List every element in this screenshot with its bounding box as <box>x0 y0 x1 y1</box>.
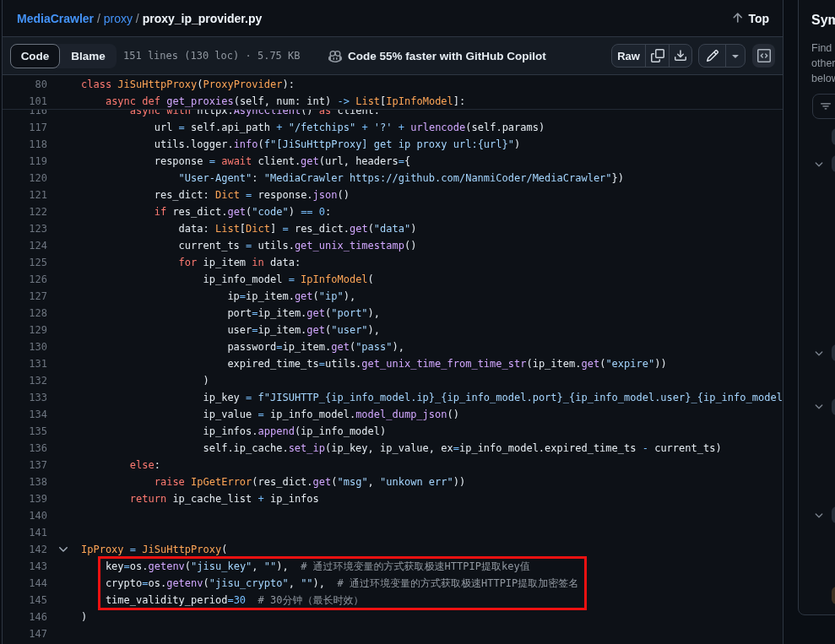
code-token: = <box>130 544 136 555</box>
code-token: ), <box>393 341 404 353</box>
symbol-item[interactable] <box>832 155 835 172</box>
symbol-item[interactable] <box>832 587 835 604</box>
line-number[interactable]: 119 <box>3 153 47 170</box>
code-token: password <box>81 341 276 353</box>
line-number[interactable]: 131 <box>3 355 47 372</box>
tab-blame[interactable]: Blame <box>60 44 117 68</box>
code-token: ip_key <box>81 392 246 403</box>
back-to-top-button[interactable]: Top <box>730 0 769 36</box>
line-number[interactable]: 127 <box>3 288 47 305</box>
symbol-item[interactable] <box>832 128 835 145</box>
symbols-panel-title: Symbols <box>811 13 835 28</box>
line-number[interactable]: 125 <box>3 254 47 271</box>
code-token: def <box>142 95 160 107</box>
code-line: 124 current_ts = utils.get_unix_timestam… <box>3 237 783 254</box>
symbol-item[interactable] <box>832 344 835 361</box>
line-number[interactable]: 136 <box>3 440 47 457</box>
edit-dropdown-button[interactable] <box>725 45 745 67</box>
code-token: "msg" <box>337 476 367 488</box>
symbols-pane-toggle-button[interactable] <box>752 44 775 68</box>
code-line: 120 "User-Agent": "MediaCrawler https://… <box>3 170 783 187</box>
line-number[interactable]: 140 <box>3 507 47 524</box>
code-token: = <box>399 155 404 167</box>
line-number[interactable]: 122 <box>3 203 47 220</box>
code-line: 134 ip_value = ip_info_model.model_dump_… <box>3 406 783 423</box>
code-token: () <box>404 240 416 252</box>
line-number[interactable]: 116 <box>3 110 47 119</box>
symbol-expand-chevron[interactable] <box>813 401 825 416</box>
raw-button[interactable]: Raw <box>612 45 645 67</box>
code-token: (ip_item. <box>526 358 581 370</box>
code-token: = <box>179 122 185 133</box>
line-number[interactable]: 138 <box>3 474 47 490</box>
line-number[interactable]: 144 <box>3 575 47 592</box>
code-token: ip_info_model.expired_time_ts <box>459 442 643 454</box>
line-number[interactable]: 121 <box>3 187 47 203</box>
code-token: }) <box>612 172 624 184</box>
breadcrumb-folder-link[interactable]: proxy <box>104 12 133 25</box>
line-number[interactable]: 137 <box>3 457 47 474</box>
line-number[interactable]: 146 <box>3 609 47 625</box>
fold-gutter <box>47 389 81 406</box>
code-token: , <box>368 476 380 488</box>
code-token: data: <box>81 223 215 235</box>
fold-toggle[interactable] <box>47 541 81 558</box>
line-number[interactable]: 128 <box>3 305 47 322</box>
code-blame-switcher: Code Blame <box>10 44 117 68</box>
line-number[interactable]: 143 <box>3 558 47 575</box>
code-token: response. <box>252 189 312 201</box>
line-number[interactable]: 134 <box>3 406 47 423</box>
fold-gutter <box>47 625 81 642</box>
code-token: res_dict. <box>289 223 350 235</box>
line-number[interactable]: 80 <box>3 76 47 93</box>
symbol-expand-chevron[interactable] <box>813 348 825 363</box>
fold-gutter <box>47 237 81 254</box>
copilot-banner[interactable]: Code 55% faster with GitHub Copilot <box>328 37 546 75</box>
code-token: "jisu_key" <box>191 560 252 572</box>
line-number[interactable]: 139 <box>3 490 47 507</box>
code-token: IpInfoModel <box>386 95 453 107</box>
breadcrumb-repo-link[interactable]: MediaCrawler <box>17 12 94 25</box>
line-number[interactable]: 145 <box>3 592 47 609</box>
code-token: with <box>166 110 191 116</box>
line-number[interactable]: 142 <box>3 541 47 558</box>
cjk-text-run: 通过环境变量的方式获取极速 <box>350 575 481 592</box>
symbol-expand-chevron[interactable] <box>813 159 825 174</box>
line-number[interactable]: 101 <box>3 93 47 110</box>
filter-icon <box>821 101 831 111</box>
line-number[interactable]: 129 <box>3 322 47 338</box>
copilot-icon <box>328 50 342 63</box>
tab-code[interactable]: Code <box>10 44 60 68</box>
line-number[interactable]: 130 <box>3 338 47 355</box>
symbol-item[interactable] <box>832 506 835 523</box>
symbol-item[interactable] <box>832 398 835 415</box>
line-number[interactable]: 126 <box>3 271 47 288</box>
line-number[interactable]: 133 <box>3 389 47 406</box>
partially-hidden-code-line: 116 async with httpx.AsyncClient() as cl… <box>3 110 783 119</box>
copy-raw-button[interactable] <box>645 45 669 67</box>
code-token <box>81 257 179 268</box>
line-number[interactable]: 120 <box>3 170 47 187</box>
edit-actions-group <box>698 44 746 68</box>
code-token: get_unix_timestamp <box>295 240 404 252</box>
code-token: urlencode <box>410 122 465 133</box>
line-number[interactable]: 147 <box>3 625 47 642</box>
line-number[interactable]: 123 <box>3 220 47 237</box>
symbol-expand-chevron[interactable] <box>813 510 825 525</box>
fold-gutter <box>47 355 81 372</box>
code-token: async <box>130 110 160 116</box>
line-number[interactable]: 135 <box>3 423 47 440</box>
line-number[interactable]: 132 <box>3 372 47 389</box>
edit-file-button[interactable] <box>699 45 725 67</box>
fold-gutter <box>47 524 81 541</box>
code-token: ip_cache_list <box>166 493 258 505</box>
line-number[interactable]: 124 <box>3 237 47 254</box>
line-number[interactable]: 141 <box>3 524 47 541</box>
code-token: for <box>179 257 198 268</box>
line-number[interactable]: 117 <box>3 119 47 136</box>
line-number[interactable]: 118 <box>3 136 47 153</box>
code-token <box>313 206 319 218</box>
code-token: url <box>81 122 179 133</box>
download-button[interactable] <box>669 45 691 67</box>
raw-actions-group: Raw <box>611 44 692 68</box>
